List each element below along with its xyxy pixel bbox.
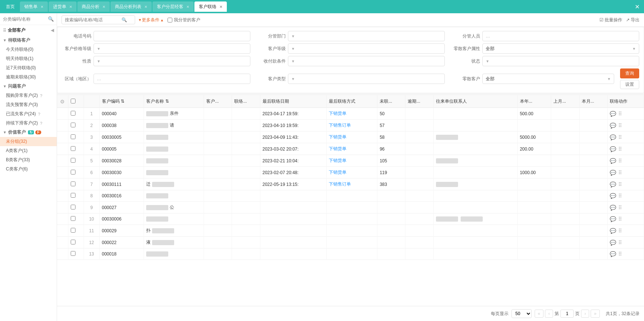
row-check-8[interactable] [71,205,75,209]
method-link-1[interactable]: 下销售订单 [329,123,351,128]
chat-icon-0[interactable]: 💬 [610,111,616,117]
row-check-12[interactable] [71,251,75,256]
more-icon-8[interactable]: ⠿ [618,205,622,211]
sidebar-item-churned[interactable]: 已流失客户(24) ? [0,109,57,119]
all-customers-header[interactable]: ⠿ 全部客户 ◀ [0,25,57,36]
tab-customer-segment[interactable]: 客户分层经客 ✕ [152,1,194,12]
chat-icon-10[interactable]: 💬 [610,228,616,234]
filter-region-select[interactable]: … [94,74,250,84]
col-name[interactable]: 客户名称 ⇅ [144,95,204,108]
tab-purchase[interactable]: 进货单 ✕ [49,1,77,12]
tab-purchase-close[interactable]: ✕ [69,5,72,9]
tab-home[interactable]: 首页 [1,1,19,12]
query-button[interactable]: 查询 [620,68,639,78]
row-check-11[interactable] [71,240,75,244]
chat-icon-7[interactable]: 💬 [610,193,616,199]
collapse-sidebar-btn[interactable]: ◀ [51,28,54,33]
filter-status-select[interactable]: ▼ [482,56,639,66]
main-search-input[interactable] [65,17,120,22]
more-icon-10[interactable]: ⠿ [618,228,622,234]
sidebar-item-a-class[interactable]: A类客户(1) [0,146,57,155]
more-icon-4[interactable]: ⠿ [618,158,622,164]
more-icon-12[interactable]: ⠿ [618,251,622,257]
more-icon-6[interactable]: ⠿ [618,181,622,187]
tab-sales[interactable]: 销售单 ✕ [20,1,48,12]
chat-icon-4[interactable]: 💬 [610,158,616,164]
method-link-2[interactable]: 下销货单 [329,134,346,140]
chat-icon-8[interactable]: 💬 [610,205,616,211]
tab-customer-contact-close[interactable]: ✕ [219,5,222,9]
first-page-btn[interactable]: « [535,310,544,318]
prev-page-btn[interactable]: ‹ [545,310,553,318]
last-page-btn[interactable]: » [591,310,600,318]
chat-icon-11[interactable]: 💬 [610,240,616,246]
window-close-btn[interactable]: ✕ [632,3,643,10]
tab-customer-segment-close[interactable]: ✕ [186,5,189,9]
row-check-0[interactable] [71,111,75,116]
row-check-6[interactable] [71,181,75,186]
filter-nature-select[interactable]: ▼ [94,56,250,66]
sidebar-item-abnormal[interactable]: 囤购异常客户(2) ? [0,91,57,100]
row-check-3[interactable] [71,146,75,151]
value-refresh-icon[interactable]: ↻ [28,130,34,134]
more-icon-11[interactable]: ⠿ [618,240,622,246]
sidebar-group-pending[interactable]: ▼ 待联络客户 [0,36,57,45]
sidebar-item-c-class[interactable]: C类客户(6) [0,165,57,174]
more-icon-7[interactable]: ⠿ [618,193,622,199]
more-icon-3[interactable]: ⠿ [618,146,622,152]
select-all-checkbox[interactable] [71,99,75,103]
sidebar-item-declining[interactable]: 持续下滑客户(2) ? [0,119,57,128]
sidebar-item-today[interactable]: 今天待联络(0) [0,45,57,54]
row-check-2[interactable] [71,134,75,139]
next-page-btn[interactable]: › [581,310,589,318]
chat-icon-6[interactable]: 💬 [610,181,616,187]
filter-retail-attr-select[interactable]: 全部 ▼ [482,43,639,54]
row-check-5[interactable] [71,170,75,174]
chat-icon-12[interactable]: 💬 [610,251,616,257]
chat-icon-3[interactable]: 💬 [610,146,616,152]
row-check-4[interactable] [71,158,75,163]
chat-icon-1[interactable]: 💬 [610,123,616,128]
chat-icon-5[interactable]: 💬 [610,170,616,176]
method-link-4[interactable]: 下销货单 [329,158,346,163]
sidebar-item-churn-warning[interactable]: 流失预警客户(3) [0,100,57,109]
filter-retail-select[interactable]: 全部 ▼ [482,74,614,84]
sidebar-item-ungroup[interactable]: 未分组(32) [0,137,57,146]
tab-customer-contact[interactable]: 客户联络 ✕ [194,1,227,12]
filter-manager-select[interactable]: … [482,31,639,41]
filter-customer-type-select[interactable]: ▼ [288,74,445,84]
sidebar-group-problem[interactable]: ▼ 问题客户 [0,82,57,91]
col-settings[interactable]: ⚙ [57,95,68,108]
chat-icon-2[interactable]: 💬 [610,134,616,140]
filter-payment-select[interactable]: ▼ [288,56,445,66]
more-conditions-btn[interactable]: ▾ 更多条件 ▲ [139,17,164,23]
tab-product-analysis-close[interactable]: ✕ [102,5,105,9]
page-input[interactable] [560,310,574,318]
sidebar-group-value[interactable]: ▼ 价值客户 ↻ F [0,128,57,137]
main-search-icon[interactable]: 🔍 [122,17,127,22]
my-customers-checkbox[interactable] [168,18,172,22]
sidebar-item-b-class[interactable]: B类客户(33) [0,155,57,165]
more-icon-9[interactable]: ⠿ [618,216,622,222]
sidebar-search-input[interactable] [3,17,46,22]
filter-customer-grade-select[interactable]: ▼ [288,43,445,54]
row-check-7[interactable] [71,193,75,198]
tab-product-analysis-list[interactable]: 商品分析列表 ✕ [110,1,152,12]
row-check-1[interactable] [71,123,75,127]
chat-icon-9[interactable]: 💬 [610,216,616,222]
batch-operation-btn[interactable]: ☑ 批量操作 [599,17,622,23]
more-icon-2[interactable]: ⠿ [618,134,622,140]
method-link-3[interactable]: 下销货单 [329,146,346,151]
filter-phone-input[interactable] [94,31,250,41]
tab-sales-close[interactable]: ✕ [41,5,43,9]
row-check-9[interactable] [71,216,75,221]
more-icon-0[interactable]: ⠿ [618,111,622,117]
per-page-select[interactable]: 50 100 200 [511,309,532,318]
sidebar-item-tomorrow[interactable]: 明天待联络(1) [0,54,57,63]
col-code[interactable]: 客户编码 ⇅ [99,95,144,108]
row-check-10[interactable] [71,228,75,233]
sidebar-item-overdue[interactable]: 逾期未联络(30) [0,73,57,82]
gear-icon[interactable]: ⚙ [60,99,65,105]
reset-button[interactable]: 设置 [620,80,639,89]
more-icon-1[interactable]: ⠿ [618,123,622,128]
